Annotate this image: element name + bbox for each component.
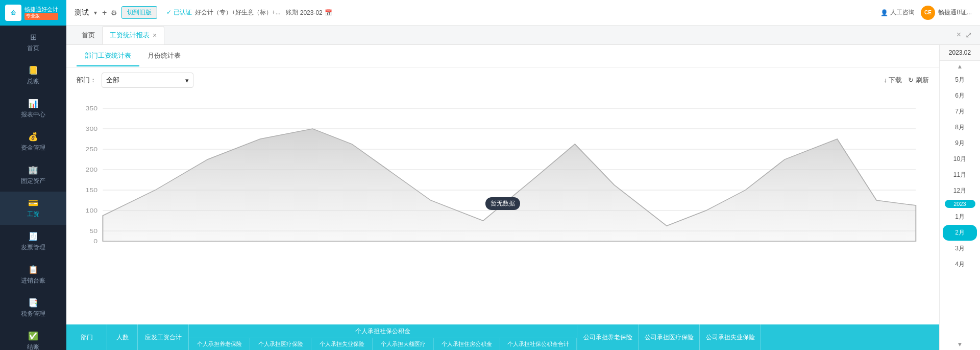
date-panel: 2023.02 ▲ 5月6月7月8月9月10月11月12月20231月2月3月4… [939, 45, 980, 350]
svg-text:300: 300 [86, 126, 98, 132]
group-header: 个人承担社保公积金 [189, 325, 577, 338]
sidebar-label: 总账 [27, 77, 39, 86]
sidebar-item-sales[interactable]: 📋进销台账 [0, 258, 66, 291]
date-nav-up[interactable]: ▲ [940, 61, 980, 72]
table-col-sub: 个人承担住房公积金 [434, 338, 500, 350]
table-col-sub: 个人承担医疗保险 [250, 338, 311, 350]
user-area: CE 畅捷通B证... [921, 6, 972, 20]
add-button[interactable]: + [102, 8, 107, 17]
chart-tooltip: 暂无数据 [485, 197, 520, 210]
table-col-company: 公司承担医疗保险 [639, 324, 700, 350]
user-name[interactable]: 畅捷通B证... [938, 8, 972, 17]
main-content: 测试 ▾ + ⚙ 切到旧版 ✓ 已认证 好会计（专）+好生意（标）+... 账期… [66, 0, 980, 350]
table-col-company: 公司承担失业保险 [700, 324, 761, 350]
certified-badge: ✓ 已认证 [166, 8, 191, 17]
sidebar-item-salary[interactable]: 💳工资 [0, 192, 66, 225]
sub-tab-month[interactable]: 月份统计表 [139, 46, 189, 66]
logo-icon: 会 [5, 5, 21, 21]
tab-salary-report[interactable]: 工资统计报表 × [102, 26, 164, 44]
month-item[interactable]: 1月 [940, 209, 980, 225]
svg-text:150: 150 [86, 187, 98, 193]
table-col-group-personal: 个人承担社保公积金个人承担养老保险个人承担医疗保险个人承担失业保险个人承担大额医… [189, 325, 577, 350]
ledger-icon: 📒 [28, 65, 38, 75]
sidebar-item-ledger[interactable]: 📒总账 [0, 59, 66, 92]
sidebar-item-funds[interactable]: 💰资金管理 [0, 125, 66, 158]
tab-home[interactable]: 首页 [75, 27, 102, 44]
sub-tab-dept[interactable]: 部门工资统计表 [77, 46, 139, 66]
month-item[interactable]: 12月 [940, 183, 980, 199]
table-col-应发工资合计: 应发工资合计 [138, 324, 189, 350]
sidebar-label: 进销台账 [21, 276, 45, 285]
sidebar-label: 首页 [27, 44, 39, 53]
month-item[interactable]: 10月 [940, 151, 980, 167]
toolbar: 部门： 全部 ▾ ↓ 下载 ↻ 刷新 [66, 67, 939, 93]
table-col-sub: 个人承担社保公积金合计 [500, 338, 577, 350]
date-year[interactable]: 2023.02 [940, 45, 980, 61]
month-item[interactable]: 11月 [940, 167, 980, 183]
topbar: 测试 ▾ + ⚙ 切到旧版 ✓ 已认证 好会计（专）+好生意（标）+... 账期… [66, 0, 980, 26]
month-item[interactable]: 9月 [940, 135, 980, 151]
content-area: 部门工资统计表月份统计表 部门： 全部 ▾ ↓ 下载 ↻ 刷新 [66, 45, 980, 350]
close-window-button[interactable]: × [957, 30, 961, 40]
tab-close-icon[interactable]: × [153, 31, 157, 39]
invoice-icon: 🧾 [28, 231, 38, 241]
home-icon: ⊞ [28, 32, 38, 42]
month-item[interactable]: 4月 [940, 256, 980, 272]
sidebar-item-home[interactable]: ⊞首页 [0, 26, 66, 59]
settings-icon[interactable]: ⚙ [111, 9, 117, 17]
sidebar-item-reports[interactable]: 📊报表中心 [0, 92, 66, 125]
funds-icon: 💰 [28, 131, 38, 142]
topbar-dropdown[interactable]: ▾ [94, 9, 97, 16]
logo-text: 畅捷通好会计 专业版 [24, 6, 58, 20]
salary-icon: 💳 [28, 198, 38, 208]
topbar-right: 👤 人工咨询 CE 畅捷通B证... [880, 6, 972, 20]
reports-icon: 📊 [28, 98, 38, 108]
old-version-button[interactable]: 切到旧版 [121, 6, 157, 19]
svg-text:50: 50 [89, 228, 97, 234]
dept-select[interactable]: 全部 ▾ [102, 73, 193, 88]
month-item[interactable]: 6月 [940, 88, 980, 104]
sidebar-label: 发票管理 [21, 243, 45, 252]
month-item[interactable]: 2月 [943, 225, 977, 241]
tabs-bar: 首页 工资统计报表 × × ⤢ [66, 26, 980, 45]
sidebar-item-assets[interactable]: 🏢固定资产 [0, 158, 66, 192]
download-button[interactable]: ↓ 下载 [884, 76, 902, 85]
sales-icon: 📋 [28, 264, 38, 274]
svg-text:350: 350 [86, 105, 98, 111]
sidebar-item-closing[interactable]: ✅结账 [0, 324, 66, 350]
date-nav-down[interactable]: ▼ [940, 339, 980, 350]
tab-controls: × ⤢ [957, 30, 980, 40]
month-item[interactable]: 5月 [940, 72, 980, 88]
month-item[interactable]: 8月 [940, 120, 980, 135]
maximize-button[interactable]: ⤢ [965, 30, 972, 40]
sidebar-label: 资金管理 [21, 144, 45, 152]
sidebar-item-invoice[interactable]: 🧾发票管理 [0, 225, 66, 258]
tax-icon: 📑 [28, 297, 38, 308]
consult-icon: 👤 [880, 9, 888, 16]
sidebar-label: 工资 [27, 210, 39, 219]
refresh-button[interactable]: ↻ 刷新 [908, 76, 929, 85]
table-col-sub: 个人承担失业保险 [311, 338, 373, 350]
sidebar-item-tax[interactable]: 📑税务管理 [0, 291, 66, 324]
calendar-icon[interactable]: 📅 [325, 9, 332, 16]
content-main: 部门工资统计表月份统计表 部门： 全部 ▾ ↓ 下载 ↻ 刷新 [66, 45, 939, 350]
chart-container: 350 300 250 200 150 100 50 0 [66, 93, 939, 324]
table-col-人数: 人数 [107, 324, 138, 350]
table-header-bar: 部门人数应发工资合计个人承担社保公积金个人承担养老保险个人承担医疗保险个人承担失… [66, 324, 939, 350]
sidebar-label: 报表中心 [21, 110, 45, 119]
toolbar-right: ↓ 下载 ↻ 刷新 [884, 76, 929, 85]
dept-label: 部门： [77, 76, 96, 85]
month-item[interactable]: 7月 [940, 104, 980, 120]
avatar: CE [921, 6, 935, 20]
svg-text:100: 100 [86, 207, 98, 214]
closing-icon: ✅ [28, 331, 38, 341]
date-month-list: 5月6月7月8月9月10月11月12月20231月2月3月4月 [940, 72, 980, 339]
assets-icon: 🏢 [28, 165, 38, 175]
consult-button[interactable]: 👤 人工咨询 [880, 8, 915, 17]
table-col-sub: 个人承担养老保险 [189, 338, 250, 350]
period-label: 账期 [286, 8, 298, 17]
month-item[interactable]: 3月 [940, 241, 980, 256]
table-col-部门: 部门 [66, 324, 107, 350]
table-col-company: 公司承担养老保险 [577, 324, 639, 350]
sidebar-label: 税务管理 [21, 310, 45, 318]
